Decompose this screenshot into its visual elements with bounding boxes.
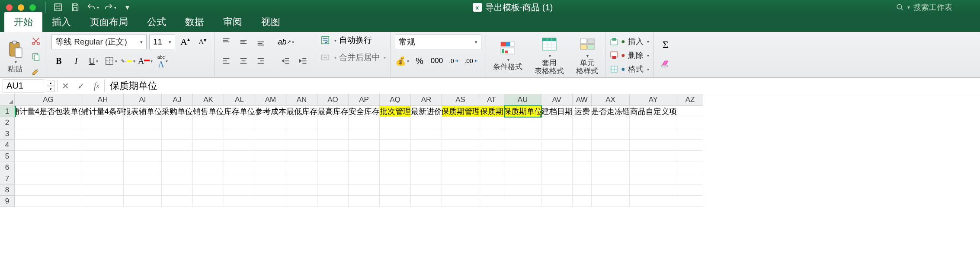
cell-AQ8[interactable] (380, 184, 411, 196)
align-right-button[interactable] (253, 54, 268, 68)
cell-AV9[interactable] (541, 196, 573, 207)
row-header-5[interactable]: 5 (0, 151, 15, 162)
cell-AJ7[interactable] (162, 173, 193, 184)
cell-AJ2[interactable] (162, 117, 193, 128)
cell-AT7[interactable] (479, 173, 504, 184)
cell-AT1[interactable]: 保质期 (479, 106, 504, 117)
cell-AN7[interactable] (286, 173, 317, 184)
cell-AX6[interactable] (592, 162, 630, 173)
cell-AQ2[interactable] (380, 117, 411, 128)
cell-AG2[interactable] (15, 117, 82, 128)
cell-AH9[interactable] (82, 196, 124, 207)
cell-AT5[interactable] (479, 151, 504, 162)
cell-AW2[interactable] (573, 117, 592, 128)
cell-AK5[interactable] (193, 151, 224, 162)
cell-AL9[interactable] (224, 196, 255, 207)
cell-AV6[interactable] (541, 162, 573, 173)
cell-AH1[interactable]: 辅计量4条码 (82, 106, 124, 117)
cell-AP9[interactable] (349, 196, 380, 207)
cell-AW1[interactable]: 运费 (573, 106, 592, 117)
cell-AH3[interactable] (82, 128, 124, 140)
cell-AY7[interactable] (630, 173, 677, 184)
cell-AZ9[interactable] (677, 196, 703, 207)
cell-AI8[interactable] (124, 184, 162, 196)
cell-AV2[interactable] (541, 117, 573, 128)
cell-AJ6[interactable] (162, 162, 193, 173)
cell-AO8[interactable] (317, 184, 349, 196)
increase-font-button[interactable]: A▴ (178, 35, 192, 49)
comma-button[interactable]: 000 (429, 54, 444, 68)
cell-AW6[interactable] (573, 162, 592, 173)
cell-AX9[interactable] (592, 196, 630, 207)
cell-AQ7[interactable] (380, 173, 411, 184)
cell-AV7[interactable] (541, 173, 573, 184)
cell-AN3[interactable] (286, 128, 317, 140)
cell-AY1[interactable]: 商品自定义项 (630, 106, 677, 117)
col-header-AY[interactable]: AY (630, 94, 677, 106)
cell-AR8[interactable] (411, 184, 442, 196)
cell-AM1[interactable]: 参考成本 (255, 106, 286, 117)
cell-AR4[interactable] (411, 140, 442, 151)
col-header-AS[interactable]: AS (442, 94, 479, 106)
col-header-AH[interactable]: AH (82, 94, 124, 106)
tab-页面布局[interactable]: 页面布局 (80, 12, 138, 32)
cell-AP7[interactable] (349, 173, 380, 184)
cell-AP3[interactable] (349, 128, 380, 140)
row-header-9[interactable]: 9 (0, 196, 15, 207)
tab-视图[interactable]: 视图 (252, 12, 290, 32)
cell-AK7[interactable] (193, 173, 224, 184)
cell-AP6[interactable] (349, 162, 380, 173)
cell-AZ5[interactable] (677, 151, 703, 162)
cell-AI9[interactable] (124, 196, 162, 207)
cell-AH4[interactable] (82, 140, 124, 151)
maximize-window-button[interactable] (29, 4, 36, 11)
cell-AG9[interactable] (15, 196, 82, 207)
cell-AN1[interactable]: 最低库存 (286, 106, 317, 117)
insert-cells-button[interactable]: ●插入▾ (610, 36, 649, 47)
search-input[interactable] (913, 3, 974, 12)
cell-AZ6[interactable] (677, 162, 703, 173)
cell-AL7[interactable] (224, 173, 255, 184)
cell-AV3[interactable] (541, 128, 573, 140)
cell-AI4[interactable] (124, 140, 162, 151)
cell-AX5[interactable] (592, 151, 630, 162)
cell-AT3[interactable] (479, 128, 504, 140)
cell-AQ9[interactable] (380, 196, 411, 207)
cell-styles-button[interactable]: ▾ 单元 格样式 (573, 35, 601, 76)
col-header-AI[interactable]: AI (124, 94, 162, 106)
cell-AS6[interactable] (442, 162, 479, 173)
cell-AS9[interactable] (442, 196, 479, 207)
cell-AG1[interactable]: 辅计量4是否包装单位 (15, 106, 82, 117)
minimize-window-button[interactable] (18, 4, 24, 11)
col-header-AG[interactable]: AG (15, 94, 82, 106)
clear-button[interactable] (658, 56, 673, 71)
cell-AO1[interactable]: 最高库存 (317, 106, 349, 117)
cell-AN2[interactable] (286, 117, 317, 128)
conditional-format-button[interactable]: ▾ 条件格式 (490, 38, 525, 72)
cell-AM3[interactable] (255, 128, 286, 140)
tab-公式[interactable]: 公式 (138, 12, 176, 32)
row-header-2[interactable]: 2 (0, 117, 15, 128)
cell-AI1[interactable]: 报表辅单位 (124, 106, 162, 117)
cell-AP8[interactable] (349, 184, 380, 196)
cell-AX3[interactable] (592, 128, 630, 140)
merge-center-button[interactable]: ▾ 合并后居中 ▾ (320, 52, 386, 63)
cell-AJ8[interactable] (162, 184, 193, 196)
cell-AS1[interactable]: 保质期管理 (442, 106, 479, 117)
phonetic-button[interactable]: abcA▾ (155, 54, 170, 68)
cell-AX7[interactable] (592, 173, 630, 184)
cell-AT8[interactable] (479, 184, 504, 196)
cell-AS2[interactable] (442, 117, 479, 128)
cell-AV1[interactable]: 建档日期 (541, 106, 573, 117)
col-header-AR[interactable]: AR (411, 94, 442, 106)
cell-AX8[interactable] (592, 184, 630, 196)
cell-AS4[interactable] (442, 140, 479, 151)
cell-AG8[interactable] (15, 184, 82, 196)
row-header-4[interactable]: 4 (0, 140, 15, 151)
cell-AR5[interactable] (411, 151, 442, 162)
cell-AZ1[interactable] (677, 106, 703, 117)
align-bottom-button[interactable] (253, 35, 268, 49)
cell-AR9[interactable] (411, 196, 442, 207)
cell-AH2[interactable] (82, 117, 124, 128)
cell-AS7[interactable] (442, 173, 479, 184)
